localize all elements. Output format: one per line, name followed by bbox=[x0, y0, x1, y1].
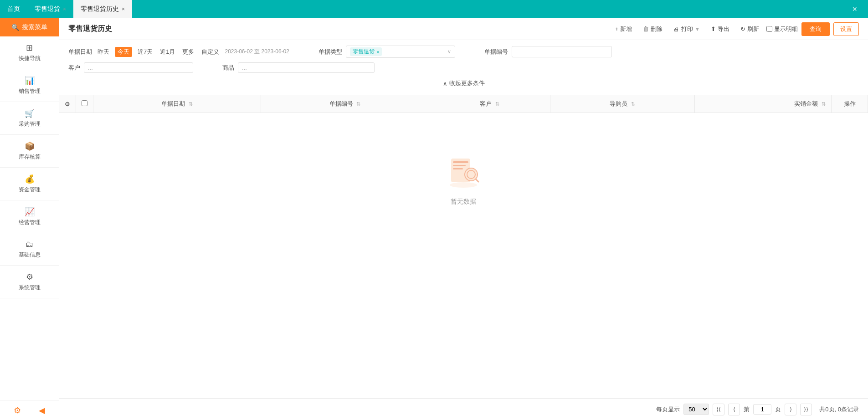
refresh-icon: ↻ bbox=[740, 26, 745, 32]
basic-info-icon: 🗂 bbox=[26, 240, 34, 249]
print-dropdown-icon: ▼ bbox=[695, 26, 700, 32]
date-opt-7days[interactable]: 近7天 bbox=[136, 47, 154, 57]
content-area: 零售退货历史 + 新增 🗑 删除 🖨 打印 ▼ ⬆ 导出 bbox=[59, 18, 868, 420]
page-label: 第 bbox=[744, 405, 750, 414]
th-voucher[interactable]: 单据编号 ⇅ bbox=[261, 95, 429, 113]
empty-row: 暂无数据 bbox=[59, 113, 868, 243]
th-guide[interactable]: 导购员 ⇅ bbox=[550, 95, 694, 113]
per-page-label: 每页显示 bbox=[656, 405, 680, 414]
show-detail-toggle[interactable]: 显示明细 bbox=[766, 25, 798, 33]
date-opt-custom[interactable]: 自定义 bbox=[200, 47, 221, 57]
goods-filter: 商品 ... bbox=[222, 62, 375, 73]
select-all-checkbox[interactable] bbox=[82, 100, 87, 106]
sidebar-search-button[interactable]: 🔍 搜索菜单 bbox=[0, 18, 59, 36]
type-tag: 零售退货 × bbox=[350, 47, 382, 56]
export-button[interactable]: ⬆ 导出 bbox=[707, 23, 733, 35]
type-filter-input[interactable]: 零售退货 × ∨ bbox=[346, 46, 455, 58]
sidebar-bottom: ⚙ ◀ bbox=[0, 400, 59, 420]
svg-point-0 bbox=[450, 182, 477, 188]
sidebar-item-label: 快捷导航 bbox=[19, 55, 41, 62]
show-detail-checkbox[interactable] bbox=[766, 26, 772, 32]
print-icon: 🖨 bbox=[673, 26, 679, 32]
date-opt-1month[interactable]: 近1月 bbox=[158, 47, 177, 57]
operations-icon: 📈 bbox=[25, 207, 35, 217]
sidebar-item-operations[interactable]: 📈 经营管理 bbox=[0, 200, 59, 233]
sidebar-item-label: 库存核算 bbox=[19, 153, 41, 161]
sidebar-item-label: 资金管理 bbox=[19, 186, 41, 194]
sidebar-item-finance[interactable]: 💰 资金管理 bbox=[0, 168, 59, 200]
th-settings[interactable]: ⚙ bbox=[59, 95, 76, 113]
type-tag-remove[interactable]: × bbox=[376, 49, 379, 55]
date-range-text: 2023-06-02 至 2023-06-02 bbox=[225, 48, 289, 56]
sidebar-item-label: 销售管理 bbox=[19, 87, 41, 95]
svg-line-7 bbox=[476, 179, 478, 182]
sidebar-collapse-icon[interactable]: ◀ bbox=[39, 405, 45, 415]
empty-state: 暂无数据 bbox=[59, 113, 868, 242]
search-icon: 🔍 bbox=[11, 24, 19, 31]
page-last-button[interactable]: ⟩⟩ bbox=[800, 404, 812, 415]
date-opt-more[interactable]: 更多 bbox=[180, 47, 196, 57]
amount-sort-icon: ⇅ bbox=[822, 101, 826, 107]
page-first-button[interactable]: ⟨⟨ bbox=[713, 404, 724, 415]
export-icon: ⬆ bbox=[711, 26, 716, 32]
delete-icon: 🗑 bbox=[643, 26, 649, 32]
refresh-button[interactable]: ↻ 刷新 bbox=[737, 23, 763, 35]
sidebar-nav: ⊞ 快捷导航 📊 销售管理 🛒 采购管理 📦 库存核算 💰 资金管理 📈 bbox=[0, 36, 59, 400]
customer-sort-icon: ⇅ bbox=[495, 101, 499, 107]
date-sort-icon: ⇅ bbox=[189, 101, 193, 107]
empty-illustration bbox=[443, 149, 484, 190]
th-amount[interactable]: 实销金额 ⇅ bbox=[695, 95, 832, 113]
pagination-bar: 每页显示 20 50 100 200 ⟨⟨ ⟨ 第 页 ⟩ ⟩⟩ 共0页, 0条… bbox=[59, 398, 868, 420]
collapse-button[interactable]: ∧ 收起更多条件 bbox=[437, 77, 490, 89]
voucher-input[interactable] bbox=[512, 46, 612, 57]
customer-filter-input[interactable]: ... bbox=[84, 62, 193, 73]
window-close-button[interactable]: × bbox=[848, 3, 861, 16]
system-icon: ⚙ bbox=[26, 272, 33, 282]
filter-row-1: 单据日期 昨天 今天 近7天 近1月 更多 自定义 2023-06-02 至 2… bbox=[68, 46, 859, 58]
sidebar-settings-icon[interactable]: ⚙ bbox=[14, 405, 21, 415]
tab-retail-return-history[interactable]: 零售退货历史 × bbox=[73, 0, 132, 18]
sidebar-item-basic-info[interactable]: 🗂 基础信息 bbox=[0, 233, 59, 266]
th-date[interactable]: 单据日期 ⇅ bbox=[93, 95, 261, 113]
th-customer[interactable]: 客户 ⇅ bbox=[429, 95, 550, 113]
tab-home[interactable]: 首页 bbox=[0, 0, 27, 18]
settings-icon: ⚙ bbox=[65, 101, 70, 108]
setting-button[interactable]: 设置 bbox=[833, 22, 859, 36]
finance-icon: 💰 bbox=[25, 174, 35, 184]
page-prev-button[interactable]: ⟨ bbox=[728, 404, 740, 415]
th-check[interactable] bbox=[76, 95, 93, 113]
sidebar-search-label: 搜索菜单 bbox=[22, 23, 47, 31]
tab-retail-return[interactable]: 零售退货 × bbox=[27, 0, 73, 18]
collapse-icon: ∧ bbox=[443, 80, 447, 87]
customer-filter-label: 客户 bbox=[68, 64, 80, 72]
per-page-select[interactable]: 20 50 100 200 bbox=[683, 404, 709, 415]
table-area: ⚙ 单据日期 ⇅ 单据编号 ⇅ bbox=[59, 95, 868, 398]
table-header-row: ⚙ 单据日期 ⇅ 单据编号 ⇅ bbox=[59, 95, 868, 113]
sidebar-item-inventory[interactable]: 📦 库存核算 bbox=[0, 135, 59, 168]
goods-filter-label: 商品 bbox=[222, 64, 234, 72]
tab-retail-return-history-close[interactable]: × bbox=[122, 6, 125, 12]
sales-icon: 📊 bbox=[25, 76, 35, 86]
sidebar-item-sales[interactable]: 📊 销售管理 bbox=[0, 69, 59, 102]
print-button[interactable]: 🖨 打印 ▼ bbox=[670, 23, 704, 35]
query-button[interactable]: 查询 bbox=[801, 22, 830, 36]
date-opt-today[interactable]: 今天 bbox=[115, 47, 132, 57]
tab-retail-return-close[interactable]: × bbox=[63, 6, 66, 12]
date-opt-yesterday[interactable]: 昨天 bbox=[96, 47, 111, 57]
date-filter: 单据日期 昨天 今天 近7天 近1月 更多 自定义 2023-06-02 至 2… bbox=[68, 47, 289, 57]
th-actions: 操作 bbox=[832, 95, 868, 113]
voucher-filter-label: 单据编号 bbox=[484, 48, 508, 56]
add-button[interactable]: + 新增 bbox=[611, 23, 636, 35]
page-title: 零售退货历史 bbox=[68, 24, 606, 34]
page-input[interactable] bbox=[753, 404, 771, 415]
sidebar-item-quick-nav[interactable]: ⊞ 快捷导航 bbox=[0, 36, 59, 69]
sidebar-item-purchase[interactable]: 🛒 采购管理 bbox=[0, 102, 59, 135]
type-dropdown-icon[interactable]: ∨ bbox=[447, 49, 451, 55]
top-tab-bar: 首页 零售退货 × 零售退货历史 × × bbox=[0, 0, 868, 18]
delete-button[interactable]: 🗑 删除 bbox=[639, 23, 666, 35]
voucher-sort-icon: ⇅ bbox=[356, 101, 360, 107]
sidebar-item-label: 基础信息 bbox=[19, 251, 41, 259]
goods-filter-input[interactable]: ... bbox=[238, 62, 375, 73]
sidebar-item-system[interactable]: ⚙ 系统管理 bbox=[0, 266, 59, 298]
page-next-button[interactable]: ⟩ bbox=[785, 404, 796, 415]
